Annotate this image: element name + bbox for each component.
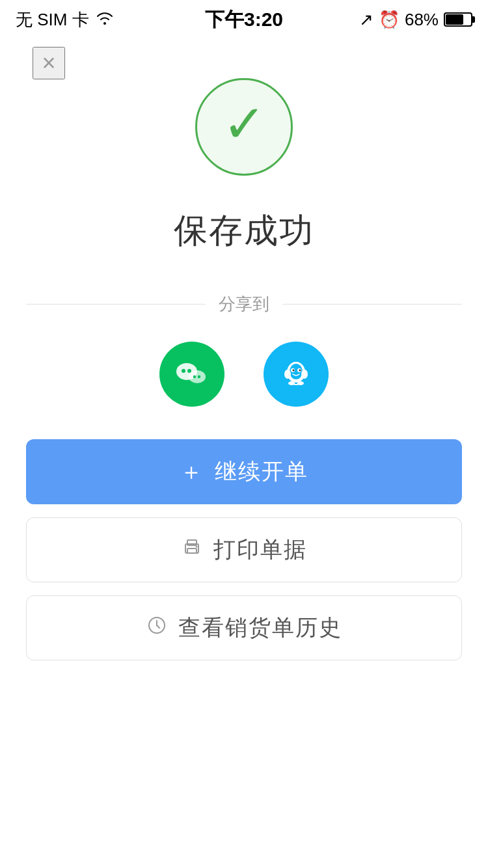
svg-point-15 <box>297 381 304 385</box>
share-section: 分享到 <box>0 293 488 407</box>
svg-point-3 <box>189 370 206 383</box>
qq-share-button[interactable] <box>264 342 329 407</box>
plus-icon: ＋ <box>180 456 204 488</box>
svg-point-11 <box>299 370 301 372</box>
wifi-icon <box>96 10 114 30</box>
svg-point-1 <box>182 369 185 373</box>
wechat-share-button[interactable] <box>159 342 224 407</box>
svg-point-2 <box>187 369 191 373</box>
success-title: 保存成功 <box>174 208 314 254</box>
history-icon <box>146 614 168 642</box>
svg-point-14 <box>288 381 295 385</box>
qq-icon <box>277 355 316 394</box>
print-button-label: 打印单据 <box>213 535 307 565</box>
share-icons <box>26 342 462 407</box>
carrier-text: 无 SIM 卡 <box>16 8 89 31</box>
main-content: ✓ 保存成功 分享到 <box>0 39 488 660</box>
svg-point-4 <box>193 375 196 378</box>
battery-percentage: 68% <box>405 10 439 30</box>
checkmark-icon: ✓ <box>223 98 266 150</box>
close-button[interactable]: × <box>33 47 65 79</box>
svg-point-12 <box>284 370 291 379</box>
continue-order-button[interactable]: ＋ 继续开单 <box>26 439 462 504</box>
status-bar: 无 SIM 卡 下午3:20 ↗ ⏰ 68% <box>0 0 488 39</box>
wechat-icon <box>172 355 211 394</box>
status-left: 无 SIM 卡 <box>16 8 114 31</box>
svg-point-19 <box>196 545 198 547</box>
history-button-label: 查看销货单历史 <box>178 613 342 643</box>
continue-button-label: 继续开单 <box>215 457 308 487</box>
svg-point-5 <box>198 375 200 378</box>
status-time: 下午3:20 <box>205 7 283 33</box>
history-button[interactable]: 查看销货单历史 <box>26 595 462 660</box>
battery-icon <box>444 12 472 27</box>
status-right: ↗ ⏰ 68% <box>359 10 472 30</box>
print-button[interactable]: 打印单据 <box>26 517 462 582</box>
location-icon: ↗ <box>359 10 373 30</box>
share-divider: 分享到 <box>26 293 462 316</box>
svg-rect-18 <box>187 549 197 553</box>
svg-point-10 <box>293 370 295 372</box>
success-circle: ✓ <box>195 78 293 176</box>
share-label: 分享到 <box>206 293 282 316</box>
print-icon <box>181 536 203 564</box>
svg-point-13 <box>301 370 308 379</box>
alarm-icon: ⏰ <box>379 10 400 30</box>
action-buttons: ＋ 继续开单 打印单据 查看销货单历史 <box>0 439 488 660</box>
